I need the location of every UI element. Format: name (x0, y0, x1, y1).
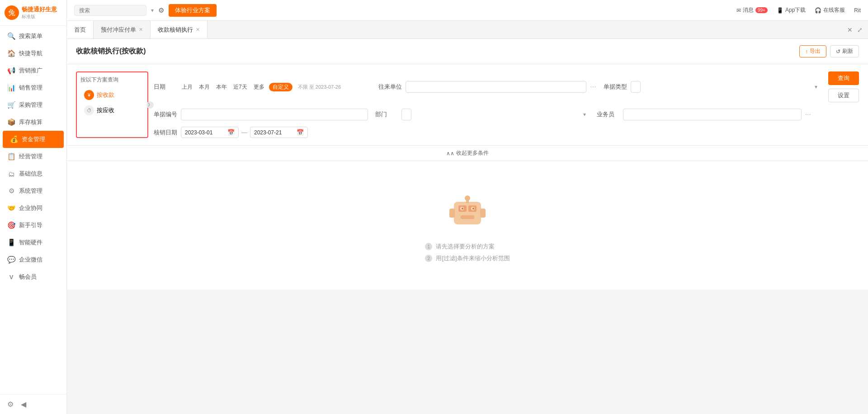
phone-icon: 📱 (7, 238, 15, 247)
tip-num-1: 1 (425, 243, 432, 250)
sidebar-item-finance-label: 资金管理 (22, 135, 45, 143)
page-title: 收款核销执行(按收款) (76, 47, 146, 62)
topbar-gear-icon[interactable]: ⚙ (158, 6, 164, 14)
tab-home[interactable]: 首页 (67, 21, 94, 38)
tab-prepay-close-icon[interactable]: ✕ (139, 27, 143, 33)
sidebar-item-search[interactable]: 🔍 搜索菜单 (0, 28, 66, 45)
bill-type-select-wrapper (631, 81, 821, 93)
sidebar-item-wechat[interactable]: 💬 企业微信 (0, 251, 66, 268)
tip-num-2: 2 (425, 255, 432, 262)
sidebar-item-nav[interactable]: 🏠 快捷导航 (0, 45, 66, 62)
tip-text-2: 用[过滤]条件来缩小分析范围 (436, 254, 509, 262)
svg-rect-7 (466, 200, 469, 203)
sidebar-item-marketing[interactable]: 📢 营销推广 (0, 62, 66, 79)
bill-no-label: 单据编号 (154, 110, 177, 119)
filter-field-counterparty: 往来单位 ··· (378, 81, 596, 93)
svg-rect-3 (461, 215, 474, 219)
user-name: Rit (854, 7, 861, 14)
refresh-button[interactable]: ↺ 刷新 (830, 45, 859, 57)
sidebar-item-member[interactable]: V 畅会员 (0, 268, 66, 286)
tab-home-label: 首页 (74, 26, 86, 34)
sidebar-item-purchase[interactable]: 🛒 采购管理 (0, 96, 66, 114)
date-custom[interactable]: 自定义 (269, 83, 292, 91)
collapse-panel-icon[interactable]: 》 (146, 101, 154, 109)
sidebar-item-marketing-label: 营销推广 (19, 67, 42, 75)
empty-tip-1: 1 请先选择要分析的方案 (425, 243, 509, 251)
date-this-year[interactable]: 本年 (214, 83, 229, 91)
cart-icon: 🛒 (7, 101, 15, 109)
filter-field-bill-type: 单据类型 (604, 81, 821, 93)
query-button[interactable]: 查询 (828, 71, 859, 85)
svg-rect-4 (449, 209, 455, 218)
empty-tips: 1 请先选择要分析的方案 2 用[过滤]条件来缩小分析范围 (425, 243, 509, 262)
tab-prepay[interactable]: 预付冲应付单 ✕ (94, 21, 151, 38)
topbar-solution-button[interactable]: 体验行业方案 (169, 4, 217, 17)
sidebar-item-enterprise[interactable]: 🤝 企业协同 (0, 200, 66, 217)
counterparty-more-icon[interactable]: ··· (590, 83, 596, 91)
handshake-icon: 🤝 (7, 204, 15, 212)
sidebar-menu: 🔍 搜索菜单 🏠 快捷导航 📢 营销推广 📊 销售管理 🛒 采购管理 📦 库存核… (0, 26, 66, 394)
settings-bottom-icon[interactable]: ⚙ (7, 400, 14, 409)
collapse-more-bar: ∧∧ 收起更多条件 (67, 146, 868, 161)
date-this-month[interactable]: 本月 (197, 83, 212, 91)
page-header: 收款核销执行(按收款) ↑ 导出 ↺ 刷新 (67, 39, 868, 64)
settings-button[interactable]: 设置 (828, 89, 859, 102)
counterparty-input[interactable] (406, 81, 586, 93)
filter-option-by-receipt[interactable]: ¥ 按收款 (80, 87, 144, 103)
salesperson-label: 业务员 (597, 110, 619, 119)
sidebar-item-system[interactable]: ⚙ 系统管理 (0, 182, 66, 200)
sidebar-item-basic-label: 基础信息 (19, 170, 42, 178)
verify-date-end-field: 📅 (250, 127, 308, 138)
topbar-app-download[interactable]: 📱 App下载 (777, 6, 806, 14)
calendar-start-icon[interactable]: 📅 (227, 129, 235, 136)
tip-text-1: 请先选择要分析的方案 (436, 243, 495, 251)
date-no-limit: 不限 至 2023-07-26 (298, 84, 341, 90)
verify-date-end-input[interactable] (254, 129, 295, 136)
export-button[interactable]: ↑ 导出 (799, 45, 826, 57)
filter-option-by-receipt-label: 按收款 (97, 91, 114, 99)
message-label: 消息 (743, 6, 754, 14)
verify-date-label: 核销日期 (154, 128, 177, 137)
window-maximize-icon[interactable]: ⤢ (855, 24, 864, 35)
verify-date-start-input[interactable] (185, 129, 226, 136)
filter-fields: 日期 上月 本月 本年 近7天 更多 自定义 不限 至 2023-07-26 往… (154, 71, 859, 138)
salesperson-more-icon[interactable]: ··· (805, 110, 811, 119)
page-header-actions: ↑ 导出 ↺ 刷新 (799, 45, 859, 64)
bill-type-select[interactable] (631, 81, 641, 93)
sidebar-item-sales[interactable]: 📊 销售管理 (0, 79, 66, 96)
topbar-chevron-icon[interactable]: ▾ (151, 7, 154, 14)
sidebar-item-wechat-label: 企业微信 (19, 256, 42, 264)
sidebar-item-finance[interactable]: 💰 资金管理 (3, 131, 64, 148)
svg-rect-5 (480, 209, 486, 218)
tab-receivable-close-icon[interactable]: ✕ (196, 27, 200, 33)
date-7days[interactable]: 近7天 (231, 83, 249, 91)
topbar-online-service[interactable]: 🎧 在线客服 (815, 6, 845, 14)
date-more[interactable]: 更多 (252, 83, 266, 91)
bill-no-input[interactable] (181, 109, 368, 120)
sidebar: 兔 畅捷通好生意 标准版 🔍 搜索菜单 🏠 快捷导航 📢 营销推广 📊 销售管理… (0, 0, 67, 414)
calendar-end-icon[interactable]: 📅 (297, 129, 304, 136)
filter-option-by-receivable[interactable]: ⏱ 按应收 (80, 103, 144, 118)
export-icon: ↑ (805, 48, 808, 55)
topbar-user[interactable]: Rit (854, 7, 861, 14)
collapse-more-button[interactable]: ∧∧ 收起更多条件 (446, 149, 489, 157)
gear-icon: ⚙ (7, 187, 15, 195)
window-close-icon[interactable]: ✕ (845, 24, 854, 35)
sidebar-item-operations[interactable]: 📋 经营管理 (0, 148, 66, 165)
empty-illustration (445, 188, 490, 233)
sidebar-item-guide[interactable]: 🎯 新手引导 (0, 217, 66, 234)
topbar-search-input[interactable] (74, 5, 146, 16)
topbar-message[interactable]: ✉ 消息 99+ (736, 6, 768, 14)
verify-date-range: 📅 — 📅 (181, 127, 308, 138)
date-last-month[interactable]: 上月 (180, 83, 194, 91)
department-select[interactable] (401, 109, 411, 120)
sidebar-item-basic[interactable]: 🗂 基础信息 (0, 165, 66, 182)
collapse-sidebar-icon[interactable]: ◀ (21, 400, 26, 409)
sidebar-item-inventory[interactable]: 📦 库存核算 (0, 114, 66, 131)
app-version: 标准版 (22, 14, 57, 19)
tab-receivable[interactable]: 收款核销执行 ✕ (151, 21, 208, 38)
sidebar-item-hardware[interactable]: 📱 智能硬件 (0, 234, 66, 251)
salesperson-input[interactable] (623, 109, 802, 120)
department-label: 部门 (375, 110, 398, 119)
sidebar-bottom: ⚙ ◀ (0, 394, 66, 414)
